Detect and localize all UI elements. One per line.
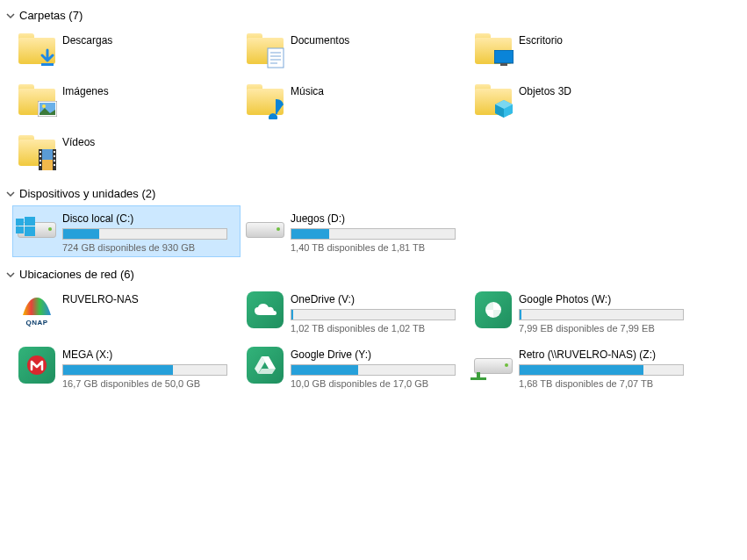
network-item-retro[interactable]: Retro (\\RUVELRO-NAS) (Z:) 1,68 TB dispo… bbox=[469, 341, 697, 393]
section-header-folders[interactable]: Carpetas (7) bbox=[0, 7, 747, 24]
folder-item-documents[interactable]: Documentos bbox=[241, 27, 469, 75]
drive-free-text: 724 GB disponibles de 930 GB bbox=[62, 242, 236, 253]
section-title-drives: Dispositivos y unidades (2) bbox=[19, 187, 155, 200]
drive-usage-bar bbox=[62, 228, 227, 240]
network-free-text: 16,7 GB disponibles de 50,0 GB bbox=[62, 378, 236, 389]
folder-icon-objects3d bbox=[473, 83, 514, 121]
folder-icon-videos bbox=[17, 133, 57, 172]
network-item-mega[interactable]: MEGA (X:) 16,7 GB disponibles de 50,0 GB bbox=[12, 341, 241, 393]
network-free-text: 10,0 GB disponibles de 17,0 GB bbox=[291, 378, 464, 389]
network-item-gdrive[interactable]: Google Drive (Y:) 10,0 GB disponibles de… bbox=[241, 341, 469, 393]
drive-item-c[interactable]: Disco local (C:) 724 GB disponibles de 9… bbox=[12, 205, 241, 257]
folder-icon-pictures bbox=[17, 83, 57, 121]
svg-rect-16 bbox=[40, 155, 41, 157]
network-label: Google Drive (Y:) bbox=[291, 348, 464, 362]
folder-item-pictures[interactable]: Imágenes bbox=[12, 78, 241, 126]
drive-icon-d bbox=[245, 210, 285, 248]
folder-icon-desktop bbox=[473, 32, 514, 70]
chevron-down-icon bbox=[5, 189, 16, 199]
folder-icon-music bbox=[245, 83, 285, 121]
folder-item-music[interactable]: Música bbox=[241, 78, 469, 126]
svg-rect-14 bbox=[42, 160, 53, 170]
svg-rect-0 bbox=[41, 63, 54, 66]
svg-rect-18 bbox=[40, 164, 41, 166]
svg-rect-17 bbox=[40, 160, 41, 162]
folder-icon-downloads bbox=[17, 32, 57, 70]
mega-icon bbox=[17, 346, 57, 384]
network-label: MEGA (X:) bbox=[62, 348, 236, 362]
network-label: RUVELRO-NAS bbox=[62, 292, 236, 306]
drive-usage-bar bbox=[519, 309, 684, 320]
folder-label: Descargas bbox=[62, 33, 236, 47]
drive-label: Juegos (D:) bbox=[291, 212, 464, 226]
svg-rect-13 bbox=[42, 149, 53, 160]
google-drive-icon bbox=[245, 346, 285, 384]
section-title-network: Ubicaciones de red (6) bbox=[19, 268, 134, 281]
folder-label: Documentos bbox=[291, 33, 464, 47]
drive-usage-bar bbox=[62, 364, 227, 376]
network-label: Google Photos (W:) bbox=[519, 292, 693, 306]
section-title-folders: Carpetas (7) bbox=[19, 9, 83, 22]
svg-rect-24 bbox=[25, 217, 35, 226]
folder-item-downloads[interactable]: Descargas bbox=[12, 27, 241, 75]
svg-rect-23 bbox=[16, 219, 24, 226]
svg-rect-26 bbox=[25, 226, 35, 236]
network-label: Retro (\\RUVELRO-NAS) (Z:) bbox=[519, 348, 693, 362]
drive-icon-c bbox=[17, 210, 57, 248]
drive-usage-bar bbox=[291, 364, 456, 376]
drive-usage-bar bbox=[519, 364, 684, 376]
svg-rect-20 bbox=[54, 155, 55, 157]
drive-free-text: 1,40 TB disponibles de 1,81 TB bbox=[291, 242, 464, 253]
network-free-text: 1,02 TB disponibles de 1,02 TB bbox=[291, 323, 464, 334]
qnap-icon: QNAP bbox=[17, 291, 57, 329]
svg-rect-22 bbox=[54, 164, 55, 166]
network-item-onedrive[interactable]: OneDrive (V:) 1,02 TB disponibles de 1,0… bbox=[241, 286, 469, 338]
section-header-network[interactable]: Ubicaciones de red (6) bbox=[0, 266, 747, 283]
network-item-gphotos[interactable]: Google Photos (W:) 7,99 EB disponibles d… bbox=[469, 286, 697, 338]
drive-label: Disco local (C:) bbox=[62, 212, 236, 226]
section-header-drives[interactable]: Dispositivos y unidades (2) bbox=[0, 185, 747, 202]
svg-rect-1 bbox=[268, 48, 284, 68]
folder-icon-documents bbox=[245, 32, 285, 70]
drive-usage-bar bbox=[291, 228, 456, 240]
folder-label: Música bbox=[291, 84, 464, 98]
svg-rect-29 bbox=[477, 372, 480, 378]
svg-rect-21 bbox=[54, 160, 55, 162]
drive-item-d[interactable]: Juegos (D:) 1,40 TB disponibles de 1,81 … bbox=[241, 205, 469, 257]
network-label: OneDrive (V:) bbox=[291, 292, 464, 306]
folder-item-objects3d[interactable]: Objetos 3D bbox=[469, 78, 697, 126]
network-drive-icon bbox=[473, 346, 514, 384]
google-photos-icon bbox=[473, 291, 514, 329]
svg-point-27 bbox=[27, 355, 47, 375]
onedrive-icon bbox=[245, 291, 285, 329]
drive-usage-bar bbox=[291, 309, 456, 320]
svg-rect-25 bbox=[16, 226, 24, 233]
folder-label: Imágenes bbox=[62, 84, 236, 98]
chevron-down-icon bbox=[5, 269, 16, 280]
svg-point-10 bbox=[42, 104, 46, 108]
folder-label: Vídeos bbox=[62, 135, 236, 149]
folder-label: Objetos 3D bbox=[519, 84, 693, 98]
folder-label: Escritorio bbox=[519, 33, 693, 47]
svg-rect-15 bbox=[40, 151, 41, 153]
folder-item-videos[interactable]: Vídeos bbox=[12, 129, 241, 176]
svg-rect-6 bbox=[494, 50, 514, 63]
network-free-text: 1,68 TB disponibles de 7,07 TB bbox=[519, 378, 693, 389]
network-item-nas[interactable]: QNAP RUVELRO-NAS bbox=[12, 286, 241, 338]
folder-item-desktop[interactable]: Escritorio bbox=[469, 27, 697, 75]
chevron-down-icon bbox=[5, 11, 16, 21]
svg-rect-19 bbox=[54, 151, 55, 153]
network-free-text: 7,99 EB disponibles de 7,99 EB bbox=[519, 323, 693, 334]
svg-rect-7 bbox=[500, 63, 507, 66]
